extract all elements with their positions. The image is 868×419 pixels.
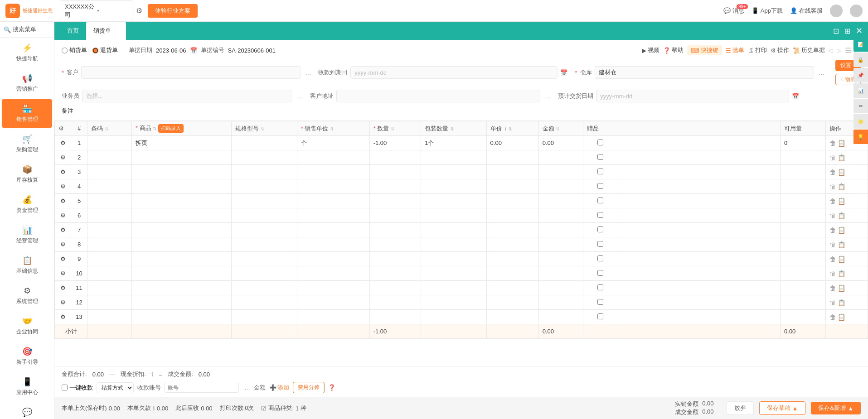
salesperson-more-icon[interactable]: …: [297, 93, 303, 100]
row-gift-2[interactable]: [583, 165, 618, 179]
sidebar-item-sales[interactable]: 🏪 销售管理: [2, 99, 52, 128]
row-amount-1[interactable]: [538, 150, 583, 165]
sidebar-item-quick-nav[interactable]: ⚡ 快捷导航: [2, 39, 52, 67]
delete-icon-6[interactable]: 🗑: [829, 226, 836, 234]
account-input[interactable]: [165, 383, 239, 393]
trial-button[interactable]: 体验行业方案: [148, 4, 198, 18]
copy-icon-5[interactable]: 📋: [838, 212, 845, 219]
row-unit-4[interactable]: [297, 194, 369, 208]
global-close-icon[interactable]: ✕: [856, 26, 863, 36]
copy-icon-11[interactable]: 📋: [838, 299, 845, 306]
gift-checkbox-2[interactable]: [597, 169, 603, 174]
row-unit-3[interactable]: [297, 179, 369, 194]
save-draft-button[interactable]: 保存草稿 ▲: [759, 401, 806, 415]
calendar3-icon[interactable]: 📅: [792, 93, 799, 100]
row-unit-7[interactable]: [297, 237, 369, 252]
row-product-7[interactable]: [131, 237, 231, 252]
row-settings-2[interactable]: ⚙: [55, 165, 71, 179]
gift-checkbox-8[interactable]: [597, 255, 603, 261]
row-unit-6[interactable]: [297, 223, 369, 237]
row-product-5[interactable]: [131, 208, 231, 223]
delete-icon-8[interactable]: 🗑: [829, 255, 836, 263]
row-unit-price-2[interactable]: [486, 165, 538, 179]
row-product-11[interactable]: [131, 295, 231, 310]
history-btn[interactable]: 📜 历史单据: [793, 46, 825, 54]
row-gift-0[interactable]: [583, 136, 618, 150]
prev-icon[interactable]: ◁: [829, 47, 833, 54]
sidebar-item-finance[interactable]: 💰 资金管理: [2, 190, 52, 219]
sidebar-search[interactable]: 🔍 搜索菜单: [0, 22, 54, 38]
copy-icon-6[interactable]: 📋: [838, 226, 845, 234]
row-product-8[interactable]: [131, 252, 231, 266]
row-spec-3[interactable]: [232, 179, 297, 194]
row-amount-7[interactable]: [538, 237, 583, 252]
gift-checkbox-0[interactable]: [597, 140, 603, 145]
rf-btn-6[interactable]: ⭐: [853, 114, 868, 129]
actions-btn[interactable]: ⚙ 操作: [771, 46, 789, 54]
row-barcode-7[interactable]: [87, 237, 132, 252]
row-barcode-5[interactable]: [87, 208, 132, 223]
tab-close-icon[interactable]: ×: [116, 28, 119, 34]
row-settings-9[interactable]: ⚙: [55, 266, 71, 281]
row-pack-qty-12[interactable]: [421, 310, 486, 324]
user-avatar[interactable]: [830, 5, 843, 17]
delete-icon-7[interactable]: 🗑: [829, 241, 836, 248]
tab-expand-icon[interactable]: ⊡: [833, 27, 839, 35]
row-settings-3[interactable]: ⚙: [55, 179, 71, 194]
row-pack-qty-5[interactable]: [421, 208, 486, 223]
tab-grid-icon[interactable]: ⊞: [844, 27, 850, 35]
payment-due-input[interactable]: yyyy-mm-dd: [350, 66, 558, 79]
row-pack-qty-0[interactable]: 1个: [421, 136, 486, 150]
gift-checkbox-6[interactable]: [597, 226, 603, 232]
row-qty-0[interactable]: -1.00: [369, 136, 421, 150]
row-amount-12[interactable]: [538, 310, 583, 324]
copy-icon-12[interactable]: 📋: [838, 313, 845, 321]
row-product-4[interactable]: [131, 194, 231, 208]
row-pack-qty-3[interactable]: [421, 179, 486, 194]
copy-icon-9[interactable]: 📋: [838, 270, 845, 277]
company-selector[interactable]: XXXXXX公司 ▾: [60, 0, 132, 21]
row-pack-qty-2[interactable]: [421, 165, 486, 179]
row-pack-qty-6[interactable]: [421, 223, 486, 237]
row-qty-5[interactable]: [369, 208, 421, 223]
row-unit-price-0[interactable]: 0.00: [486, 136, 538, 150]
row-unit-price-11[interactable]: [486, 295, 538, 310]
save-draft-chevron[interactable]: ▲: [792, 405, 798, 412]
save-new-chevron[interactable]: ▲: [848, 405, 853, 412]
row-unit-price-7[interactable]: [486, 237, 538, 252]
row-qty-2[interactable]: [369, 165, 421, 179]
scan-button[interactable]: 扫码录入: [158, 124, 184, 133]
list-view-icon[interactable]: ☰: [845, 46, 851, 55]
row-pack-qty-4[interactable]: [421, 194, 486, 208]
row-gift-6[interactable]: [583, 223, 618, 237]
row-qty-12[interactable]: [369, 310, 421, 324]
video-btn[interactable]: ▶ 视频: [642, 46, 659, 54]
settings-icon[interactable]: ⚙: [136, 6, 142, 15]
customer-more-icon[interactable]: …: [305, 69, 311, 76]
warehouse-more-icon[interactable]: …: [819, 69, 824, 76]
sidebar-item-inventory[interactable]: 📦 库存核算: [2, 160, 52, 188]
delete-icon-11[interactable]: 🗑: [829, 299, 836, 306]
fee-help-icon[interactable]: ❓: [328, 384, 335, 391]
row-amount-3[interactable]: [538, 179, 583, 194]
unit-price-info-icon[interactable]: ℹ: [504, 126, 506, 131]
address-more-icon[interactable]: …: [545, 93, 551, 100]
account-more-icon[interactable]: …: [244, 384, 250, 391]
warehouse-input[interactable]: 建材仓: [595, 66, 814, 79]
row-barcode-3[interactable]: [87, 179, 132, 194]
copy-icon-7[interactable]: 📋: [838, 241, 845, 248]
help-btn[interactable]: ❓ 帮助: [663, 46, 684, 54]
row-amount-5[interactable]: [538, 208, 583, 223]
row-unit-9[interactable]: [297, 266, 369, 281]
row-settings-1[interactable]: ⚙: [55, 150, 71, 165]
tab-sales-order[interactable]: 销货单 ×: [86, 22, 126, 40]
gift-checkbox-9[interactable]: [597, 270, 603, 276]
row-barcode-1[interactable]: [87, 150, 132, 165]
row-unit-price-4[interactable]: [486, 194, 538, 208]
sidebar-item-operations[interactable]: 📊 经营管理: [2, 221, 52, 249]
radio-sales-input[interactable]: [62, 48, 68, 53]
row-barcode-8[interactable]: [87, 252, 132, 266]
abandon-button[interactable]: 放弃: [727, 401, 754, 415]
select-btn[interactable]: ☰ 选单: [726, 46, 744, 54]
sidebar-item-basic[interactable]: 📋 基础信息: [2, 251, 52, 279]
